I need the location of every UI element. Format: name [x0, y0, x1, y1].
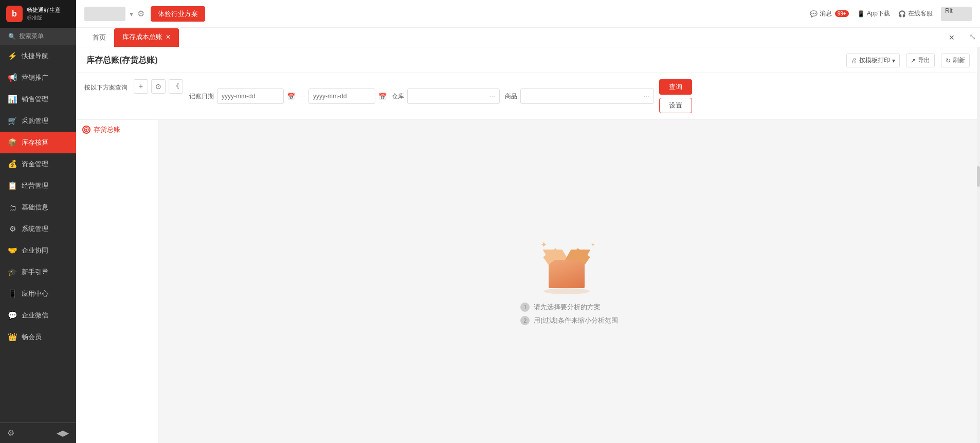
refresh-icon: ↻	[946, 57, 951, 64]
svg-point-1	[85, 129, 87, 131]
right-scrollbar-thumb[interactable]	[977, 166, 980, 187]
settings-bottom-icon[interactable]: ⚙	[7, 428, 14, 438]
export-button[interactable]: ↗ 导出	[906, 54, 935, 67]
scheme-item[interactable]: 存货总账	[76, 120, 158, 139]
sidebar-item-app-center[interactable]: 📱 应用中心	[0, 283, 76, 305]
date-start-input[interactable]	[217, 88, 284, 104]
calendar-start-icon[interactable]: 📅	[287, 93, 295, 100]
gear-icon[interactable]: ⚙	[137, 9, 144, 19]
refresh-button[interactable]: ↻ 刷新	[941, 54, 970, 67]
sidebar-item-sales[interactable]: 📊 销售管理	[0, 88, 76, 110]
query-button[interactable]: 查询	[659, 79, 692, 95]
tab-home-label: 首页	[93, 33, 106, 42]
sidebar-item-guide[interactable]: 🎓 新手引导	[0, 261, 76, 283]
sidebar-item-wechat[interactable]: 💬 企业微信	[0, 305, 76, 326]
collapse-filter-button[interactable]: 《	[169, 79, 183, 94]
sidebar: b 畅捷通好生意 标准版 🔍 搜索菜单 ⚡ 快捷导航 📢 营销推广 📊 销售管理…	[0, 0, 76, 443]
sidebar-item-label: 新手引导	[22, 268, 48, 277]
calendar-end-icon[interactable]: 📅	[378, 93, 387, 100]
empty-tip-2: 2 用[过滤]条件来缩小分析范围	[520, 316, 618, 325]
breadcrumb-placeholder	[84, 7, 125, 21]
sidebar-item-marketing[interactable]: 📢 营销推广	[0, 67, 76, 88]
basic-icon: 🗂	[7, 202, 17, 212]
online-service-label: 在线客服	[908, 9, 933, 18]
date-end-input[interactable]	[308, 88, 375, 104]
product-filter-label: 商品	[505, 92, 517, 101]
sidebar-item-label: 畅会员	[22, 332, 42, 342]
sidebar-search[interactable]: 🔍 搜索菜单	[0, 28, 76, 45]
product-select[interactable]: ···	[520, 88, 654, 104]
add-scheme-button[interactable]: ＋	[134, 79, 148, 94]
user-avatar[interactable]: Rit	[941, 7, 972, 21]
marketing-icon: 📢	[7, 73, 17, 83]
product-more-icon[interactable]: ···	[643, 92, 649, 100]
scheme-item-label: 存货总账	[94, 125, 120, 134]
empty-illustration-image: ✦ ✦	[538, 238, 600, 294]
sidebar-item-system[interactable]: ⚙ 系统管理	[0, 218, 76, 240]
app-download-item[interactable]: 📱 App下载	[857, 9, 890, 18]
sidebar-item-quick-nav[interactable]: ⚡ 快捷导航	[0, 45, 76, 67]
body-area: 存货总账	[76, 120, 980, 443]
settings-button[interactable]: 设置	[659, 98, 692, 113]
export-icon: ↗	[911, 57, 916, 64]
sidebar-bottom: ⚙ ◀▶	[0, 422, 76, 443]
sidebar-item-label: 销售管理	[22, 95, 48, 104]
search-icon: 🔍	[8, 33, 16, 40]
wechat-icon: 💬	[7, 310, 17, 321]
settings-scheme-button[interactable]: ⊙	[151, 79, 166, 94]
right-scrollbar[interactable]	[977, 47, 980, 443]
collapse-icon[interactable]: ◀▶	[57, 428, 69, 438]
chevron-down-icon[interactable]: ▾	[130, 10, 133, 18]
online-service-item[interactable]: 🎧 在线客服	[898, 9, 933, 18]
sidebar-item-label: 企业微信	[22, 311, 48, 320]
product-filter-group: 商品 ···	[505, 88, 654, 104]
print-icon: 🖨	[851, 57, 857, 64]
date-filter-group: 记账日期 📅 — 📅	[189, 88, 387, 104]
user-name: Rit	[941, 5, 957, 16]
topbar-right: 💬 消息 99+ 📱 App下载 🎧 在线客服 Rit	[810, 7, 972, 21]
expand-icon[interactable]: ⤡	[969, 32, 976, 42]
tab-inventory-cost-label: 库存成本总账	[122, 32, 162, 42]
industry-solution-button[interactable]: 体验行业方案	[151, 6, 205, 22]
filter-area: 按以下方案查询 ＋ ⊙ 《 记账日期 📅 — 📅 仓库	[76, 73, 980, 120]
page-header-actions: 🖨 按模板打印 ▾ ↗ 导出 ↻ 刷新	[846, 54, 970, 73]
sidebar-logo: b 畅捷通好生意 标准版	[0, 0, 76, 28]
sidebar-item-enterprise[interactable]: 🤝 企业协同	[0, 240, 76, 261]
message-item[interactable]: 💬 消息 99+	[810, 9, 849, 18]
print-chevron-icon: ▾	[892, 57, 895, 64]
tab-inventory-cost[interactable]: 库存成本总账 ✕	[114, 28, 179, 47]
phone-icon: 📱	[857, 10, 865, 17]
sidebar-item-basic[interactable]: 🗂 基础信息	[0, 197, 76, 218]
logo-text-block: 畅捷通好生意 标准版	[27, 6, 61, 21]
app-download-label: App下载	[867, 9, 890, 18]
purchase-icon: 🛒	[7, 116, 17, 126]
warehouse-filter-label: 仓库	[392, 92, 404, 101]
warehouse-more-icon[interactable]: ···	[489, 92, 495, 100]
print-button[interactable]: 🖨 按模板打印 ▾	[846, 54, 900, 67]
sidebar-item-label: 营销推广	[22, 73, 48, 82]
warehouse-filter-group: 仓库 ···	[392, 88, 500, 104]
panel-close-button[interactable]: ✕	[944, 28, 959, 47]
logo-sub-text: 标准版	[27, 14, 61, 22]
empty-tip-1-text: 请先选择要分析的方案	[534, 303, 601, 312]
sidebar-item-member[interactable]: 👑 畅会员	[0, 326, 76, 348]
message-badge: 99+	[835, 10, 849, 17]
star-icon: ✦	[540, 240, 547, 250]
message-icon: 💬	[810, 10, 818, 17]
step-2-badge: 2	[520, 316, 530, 325]
message-label: 消息	[820, 9, 832, 18]
empty-tip-2-text: 用[过滤]条件来缩小分析范围	[534, 316, 618, 325]
logo-icon: b	[6, 6, 23, 22]
sidebar-item-finance[interactable]: 💰 资金管理	[0, 153, 76, 175]
warehouse-select[interactable]: ···	[407, 88, 500, 104]
sidebar-item-label: 系统管理	[22, 224, 48, 234]
sidebar-item-operation[interactable]: 📋 经营管理	[0, 175, 76, 197]
scheme-dot-icon	[82, 126, 90, 134]
sidebar-item-label: 经营管理	[22, 181, 48, 190]
sidebar-item-inventory[interactable]: 📦 库存核算	[0, 132, 76, 153]
sidebar-item-purchase[interactable]: 🛒 采购管理	[0, 110, 76, 132]
tab-close-icon[interactable]: ✕	[166, 33, 171, 41]
tab-home[interactable]: 首页	[84, 29, 114, 46]
empty-tips: 1 请先选择要分析的方案 2 用[过滤]条件来缩小分析范围	[520, 303, 618, 325]
logo-main-text: 畅捷通好生意	[27, 6, 61, 14]
